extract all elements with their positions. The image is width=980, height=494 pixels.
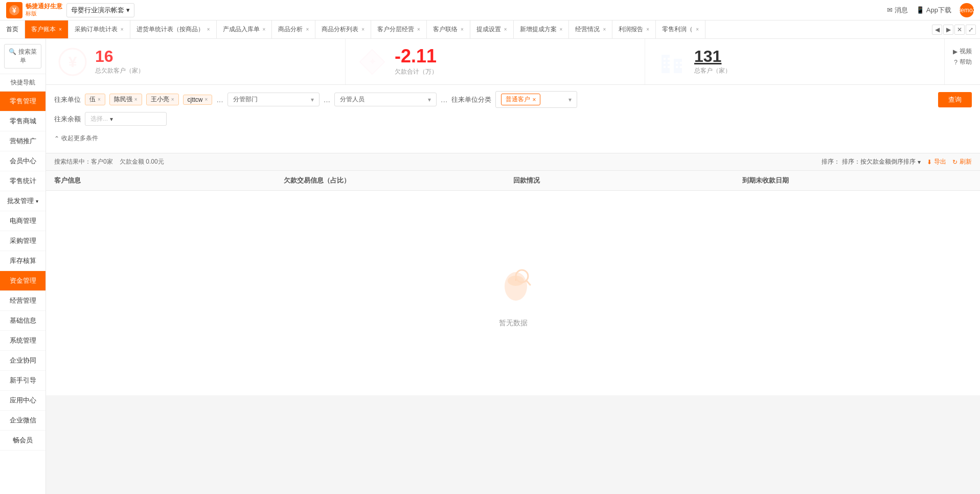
tab-product-analysis[interactable]: 商品分析 × bbox=[272, 20, 315, 39]
sidebar-item-finance[interactable]: 资金管理 bbox=[0, 271, 45, 291]
tab-customer-contact[interactable]: 客户联络 × bbox=[427, 20, 470, 39]
tab-product-inbound-label: 产成品入库单 bbox=[223, 25, 260, 34]
query-button[interactable]: 查询 bbox=[938, 92, 972, 107]
debtors-label: 总欠款客户（家） bbox=[95, 66, 144, 75]
tab-operations-close[interactable]: × bbox=[603, 27, 606, 32]
quick-nav-button[interactable]: 快捷导航 bbox=[0, 74, 45, 92]
search-menu-button[interactable]: 🔍 搜索菜单 bbox=[4, 44, 41, 69]
tab-product-list-close[interactable]: × bbox=[361, 27, 364, 32]
refresh-button[interactable]: ↻ 刷新 bbox=[952, 158, 972, 166]
tab-accounts-close[interactable]: × bbox=[59, 27, 62, 32]
tab-next-arrow[interactable]: ▶ bbox=[943, 25, 953, 35]
filter-category-tag[interactable]: 普通客户 × bbox=[501, 94, 540, 105]
tab-product-inbound-close[interactable]: × bbox=[263, 27, 266, 32]
filter-person-dropdown[interactable]: 分管人员 ▾ bbox=[334, 93, 437, 106]
tab-incoming-stats[interactable]: 进货单统计表（按商品） × bbox=[130, 20, 217, 39]
tab-retail-profit[interactable]: 零售利润（ × bbox=[656, 20, 705, 39]
sidebar-item-new-guide[interactable]: 新手引导 bbox=[0, 371, 45, 391]
tab-customer-segment[interactable]: 客户分层经营 × bbox=[371, 20, 427, 39]
svg-rect-13 bbox=[668, 66, 670, 68]
sidebar-item-batch-mgmt[interactable]: 批发管理 ▾ bbox=[0, 191, 45, 211]
filter-tag-wu-text: 伍 bbox=[89, 95, 96, 104]
sidebar-item-purchase[interactable]: 采购管理 bbox=[0, 231, 45, 251]
tab-customer-contact-close[interactable]: × bbox=[461, 27, 464, 32]
tab-profit-report[interactable]: 利润报告 × bbox=[612, 20, 656, 39]
tab-prev-arrow[interactable]: ◀ bbox=[932, 25, 942, 35]
debt-values: -2.11 欠款合计（万） bbox=[395, 47, 438, 76]
dept-more-dots[interactable]: ... bbox=[324, 95, 330, 104]
filter-tag-wu[interactable]: 伍 × bbox=[85, 94, 105, 105]
sidebar-item-inventory[interactable]: 库存核算 bbox=[0, 251, 45, 271]
messages-link[interactable]: ✉ 消息 bbox=[887, 6, 908, 15]
sidebar-inventory-label: 库存核算 bbox=[10, 257, 36, 264]
tab-incoming-close[interactable]: × bbox=[207, 27, 210, 32]
filter-balance-select[interactable]: 选择... ▾ bbox=[85, 112, 167, 126]
tab-new-commission[interactable]: 新增提成方案 × bbox=[514, 20, 569, 39]
tab-retail-profit-close[interactable]: × bbox=[696, 27, 699, 32]
result-summary: 搜索结果中：客户0家 bbox=[54, 158, 113, 165]
tab-close-all[interactable]: ✕ bbox=[954, 25, 965, 35]
svg-rect-10 bbox=[664, 62, 666, 64]
sidebar-item-retail-mall[interactable]: 零售商城 bbox=[0, 111, 45, 131]
filter-tag-cjttcw-close[interactable]: × bbox=[205, 97, 208, 102]
sort-selector[interactable]: 排序： 排序：按欠款金额倒序排序 ▾ bbox=[822, 158, 921, 166]
tab-expand[interactable]: ⤢ bbox=[966, 25, 976, 35]
filter-tag-chen[interactable]: 陈民强 × bbox=[109, 94, 142, 105]
customers-number: 131 bbox=[694, 48, 731, 64]
tab-commission-close[interactable]: × bbox=[504, 27, 507, 32]
sidebar-item-vip-member[interactable]: 畅会员 bbox=[0, 431, 45, 451]
more-tags-dots[interactable]: ... bbox=[216, 95, 223, 104]
tab-customer-contact-label: 客户联络 bbox=[433, 25, 458, 34]
result-right: 排序： 排序：按欠款金额倒序排序 ▾ ⬇ 导出 ↻ 刷新 bbox=[822, 158, 972, 166]
result-bar: 搜索结果中：客户0家 欠款金额 0.00元 排序： 排序：按欠款金额倒序排序 ▾… bbox=[46, 153, 980, 171]
sidebar-item-member-center[interactable]: 会员中心 bbox=[0, 151, 45, 171]
filter-tag-cjttcw[interactable]: cjttcw × bbox=[183, 95, 213, 105]
sidebar-item-enterprise-coop[interactable]: 企业协同 bbox=[0, 351, 45, 371]
tab-home-label: 首页 bbox=[6, 25, 18, 34]
tab-profit-close[interactable]: × bbox=[646, 27, 649, 32]
sidebar-item-ecommerce[interactable]: 电商管理 bbox=[0, 211, 45, 231]
tab-product-analysis-close[interactable]: × bbox=[306, 27, 309, 32]
sidebar-item-system[interactable]: 系统管理 bbox=[0, 331, 45, 351]
filter-category-tag-close[interactable]: × bbox=[532, 96, 536, 103]
video-link[interactable]: ▶ 视频 bbox=[953, 47, 972, 56]
tab-accounts[interactable]: 客户账本 × bbox=[25, 20, 69, 39]
sidebar-item-enterprise-wechat[interactable]: 企业微信 bbox=[0, 411, 45, 431]
sidebar-item-retail-stats[interactable]: 零售统计 bbox=[0, 171, 45, 191]
export-button[interactable]: ⬇ 导出 bbox=[927, 158, 946, 166]
video-label: 视频 bbox=[960, 47, 972, 56]
help-link[interactable]: ? 帮助 bbox=[954, 58, 972, 66]
filter-tag-wang[interactable]: 王小亮 × bbox=[146, 94, 179, 105]
sidebar-item-marketing[interactable]: 营销推广 bbox=[0, 131, 45, 151]
chevron-down-icon: ▾ bbox=[36, 198, 38, 204]
filter-tag-wu-close[interactable]: × bbox=[98, 97, 101, 102]
sidebar-batch-mgmt-label: 批发管理 bbox=[7, 196, 34, 206]
selector-arrow-icon: ▾ bbox=[126, 6, 130, 14]
sidebar-item-basic-info[interactable]: 基础信息 bbox=[0, 311, 45, 331]
tab-product-inbound[interactable]: 产成品入库单 × bbox=[217, 20, 272, 39]
top-bar-left: ¥ 畅捷通好生意 标版 母婴行业演示帐套 ▾ bbox=[6, 2, 134, 18]
filter-dept-dropdown[interactable]: 分管部门 ▾ bbox=[227, 93, 320, 106]
filter-category-dropdown[interactable]: 普通客户 × ▾ bbox=[495, 91, 577, 108]
filter-tag-wang-close[interactable]: × bbox=[171, 97, 174, 102]
app-download-link[interactable]: 📱 App下载 bbox=[916, 6, 951, 15]
empty-state-icon bbox=[490, 258, 536, 312]
tab-commission-settings[interactable]: 提成设置 × bbox=[470, 20, 514, 39]
account-selector[interactable]: 母婴行业演示帐套 ▾ bbox=[66, 3, 134, 17]
tab-operations[interactable]: 经营情况 × bbox=[569, 20, 612, 39]
sort-label: 排序： bbox=[822, 158, 840, 166]
collapse-button[interactable]: ⌃ 收起更多条件 bbox=[54, 134, 972, 143]
sidebar-item-app-center[interactable]: 应用中心 bbox=[0, 391, 45, 411]
tab-product-analysis-list[interactable]: 商品分析列表 × bbox=[315, 20, 371, 39]
person-more-dots[interactable]: ... bbox=[441, 95, 447, 104]
sidebar-item-retail-mgmt[interactable]: 零售管理 bbox=[0, 92, 45, 111]
tab-purchase-orders[interactable]: 采购订单统计表 × bbox=[69, 20, 130, 39]
avatar[interactable]: demo2 bbox=[960, 3, 974, 17]
tab-customer-segment-close[interactable]: × bbox=[417, 27, 420, 32]
svg-rect-16 bbox=[676, 66, 678, 68]
tab-home[interactable]: 首页 bbox=[0, 20, 25, 39]
filter-tag-chen-close[interactable]: × bbox=[134, 97, 138, 102]
tab-new-commission-close[interactable]: × bbox=[560, 27, 563, 32]
sidebar-item-operations[interactable]: 经营管理 bbox=[0, 291, 45, 311]
tab-purchase-close[interactable]: × bbox=[121, 27, 124, 32]
